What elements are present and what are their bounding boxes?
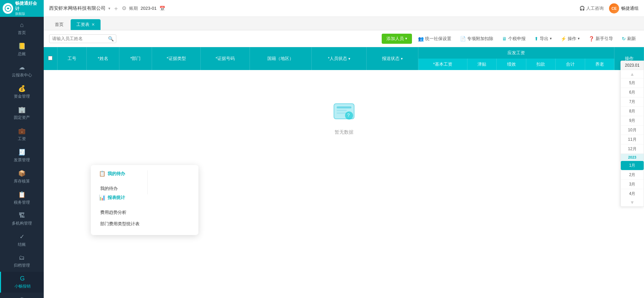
sidebar-item-xiaochang[interactable]: G 小畅报销 <box>0 272 44 293</box>
operations-icon: ⚡ <box>561 36 566 41</box>
time-item-4[interactable]: 4月 <box>621 189 644 198</box>
tax-declaration-action[interactable]: 🖥 个税申报 <box>499 34 528 43</box>
export-icon: ⬆ <box>534 36 538 41</box>
sidebar-item-invoice[interactable]: 🧾 发票管理 <box>0 145 44 166</box>
personnel-filter-icon[interactable]: ▾ <box>348 57 350 61</box>
inventory-icon: 📦 <box>18 170 26 177</box>
main-content: 西安虾米网络科技有限公司 ▾ ＋ ⚙ 账期 2023-01 📅 🎧 人工咨询 C… <box>44 0 644 298</box>
popup-section-reports-label: 报表统计 <box>108 195 125 201</box>
th-allowance: 津贴 <box>467 59 497 70</box>
sidebar-item-archive[interactable]: 🗂 归档管理 <box>0 251 44 272</box>
sidebar-item-inventory[interactable]: 📦 库存核算 <box>0 166 44 188</box>
new-guide-action[interactable]: ❓ 新手引导 <box>586 34 616 43</box>
time-item-5[interactable]: 5月 <box>621 78 644 88</box>
th-job-number: 工号 <box>57 47 87 70</box>
add-company-button[interactable]: ＋ <box>113 4 119 12</box>
time-item-10[interactable]: 10月 <box>621 125 644 135</box>
export-label: 导出 <box>540 36 548 42</box>
th-department: *部门 <box>119 47 152 70</box>
time-item-11[interactable]: 11月 <box>621 135 644 144</box>
th-id-number: *证据号码 <box>201 47 250 70</box>
archive-icon: 🗂 <box>19 254 25 261</box>
sidebar-item-general-ledger[interactable]: 📒 总账 <box>0 39 44 60</box>
sidebar-label-xiaochang: 小畅报销 <box>14 284 31 289</box>
time-item-7[interactable]: 7月 <box>621 97 644 106</box>
xiaochang-icon: G <box>20 275 25 282</box>
sidebar-item-salary[interactable]: 💼 工资 <box>0 124 44 145</box>
fund-icon: 💰 <box>18 85 26 92</box>
time-item-3[interactable]: 3月 <box>621 179 644 189</box>
th-id-type: *证据类型 <box>152 47 200 70</box>
svg-rect-3 <box>337 110 347 111</box>
special-deduct-label: 专项附加扣除 <box>467 36 493 42</box>
user-name: 畅捷通组 <box>621 5 639 11</box>
topbar-right: 🎧 人工咨询 CE 畅捷通组 <box>579 3 639 13</box>
service-label: 人工咨询 <box>586 5 604 11</box>
operations-action[interactable]: ⚡ 操作 ▾ <box>558 34 582 43</box>
user-avatar: CE <box>609 3 619 13</box>
user-menu[interactable]: CE 畅捷通组 <box>609 3 639 13</box>
sidebar-item-fixed-assets[interactable]: 🏢 固定资产 <box>0 103 44 124</box>
search-input[interactable] <box>52 36 106 41</box>
time-item-6[interactable]: 6月 <box>621 88 644 97</box>
report-filter-icon[interactable]: ▾ <box>401 57 403 61</box>
new-guide-icon: ❓ <box>589 36 594 41</box>
sidebar-label-general-ledger: 总账 <box>18 51 26 57</box>
company-dropdown-arrow[interactable]: ▾ <box>108 6 110 11</box>
time-panel: 2023.01 ▲ 5月 6月 7月 8月 9月 10月 11月 12月 202… <box>620 61 644 207</box>
sidebar-item-tax[interactable]: 📋 税务管理 <box>0 188 44 209</box>
popup-item-dept-expense[interactable]: 部门费用类型统计表 <box>99 218 142 230</box>
time-item-8[interactable]: 8月 <box>621 106 644 116</box>
time-item-9[interactable]: 9月 <box>621 116 644 125</box>
app-logo: 畅捷通好会计 旗舰版 <box>0 0 44 17</box>
empty-text: 暂无数据 <box>335 129 353 135</box>
ledger-icon: 📒 <box>18 42 26 50</box>
tax-declaration-label: 个税申报 <box>508 36 526 42</box>
sidebar-item-home[interactable]: ⌂ 首页 <box>0 18 44 39</box>
tab-salary-table[interactable]: 工资表 ✕ <box>71 19 101 30</box>
popup-section-pending: 📋 我的待办 我的待办 <box>96 170 145 194</box>
sidebar-item-basic-settings[interactable]: ⚙ 基础设置 <box>0 293 44 298</box>
sidebar-item-close[interactable]: ✓ 结账 <box>0 230 44 251</box>
time-item-12[interactable]: 12月 <box>621 144 644 154</box>
sidebar-label-fund: 资金管理 <box>14 94 30 99</box>
sidebar-label-invoice: 发票管理 <box>14 157 30 163</box>
popup-item-expense-trend[interactable]: 费用趋势分析 <box>99 207 142 218</box>
time-panel-down-button[interactable]: ▼ <box>621 198 644 206</box>
logo-sub: 旗舰版 <box>15 11 41 16</box>
sidebar-item-cloud-reports[interactable]: ☁ 云报表中心 <box>0 60 44 81</box>
add-person-button[interactable]: 添加人员 ▾ <box>382 34 412 44</box>
tab-salary-label: 工资表 <box>76 22 89 28</box>
tab-close-icon[interactable]: ✕ <box>91 22 95 27</box>
tab-home[interactable]: 首页 <box>49 19 69 30</box>
company-settings-button[interactable]: ⚙ <box>122 5 126 11</box>
svg-rect-2 <box>337 106 351 108</box>
svg-text:?: ? <box>347 112 350 118</box>
search-icon[interactable]: 🔍 <box>108 36 114 41</box>
time-item-1[interactable]: 1月 <box>621 161 644 170</box>
export-action[interactable]: ⬆ 导出 ▾ <box>532 34 555 43</box>
popup-divider <box>147 170 148 194</box>
social-insurance-action[interactable]: 👥 统一社保设置 <box>415 34 454 43</box>
period-calendar-icon[interactable]: 📅 <box>159 6 165 11</box>
time-item-2[interactable]: 2月 <box>621 170 644 179</box>
special-deduct-action[interactable]: 📄 专项附加扣除 <box>457 34 496 43</box>
service-button[interactable]: 🎧 人工咨询 <box>579 5 604 11</box>
select-all-checkbox[interactable] <box>48 56 52 60</box>
refresh-action[interactable]: ↻ 刷新 <box>619 34 639 43</box>
toolbar: 🔍 添加人员 ▾ 👥 统一社保设置 📄 专项附加扣除 🖥 个税申报 <box>44 30 644 47</box>
sidebar-label-home: 首页 <box>18 30 26 36</box>
th-checkbox[interactable] <box>44 47 57 70</box>
empty-state: ? 暂无数据 <box>44 70 644 162</box>
sidebar-item-fund[interactable]: 💰 资金管理 <box>0 81 44 103</box>
popup-item-my-pending[interactable]: 我的待办 <box>99 183 142 194</box>
th-salary-group: 应发工资 <box>418 47 614 59</box>
time-panel-up-button[interactable]: ▲ <box>621 70 644 78</box>
assets-icon: 🏢 <box>18 106 26 113</box>
sidebar-label-fixed-assets: 固定资产 <box>14 115 30 121</box>
reports-section-icon: 📊 <box>99 194 106 201</box>
pending-section-icon: 📋 <box>99 170 106 177</box>
popup-section-title-reports: 📊 报表统计 <box>99 194 142 203</box>
sidebar-item-multi-org[interactable]: 🏗 多机构管理 <box>0 209 44 230</box>
period-value[interactable]: 2023-01 <box>141 6 157 11</box>
